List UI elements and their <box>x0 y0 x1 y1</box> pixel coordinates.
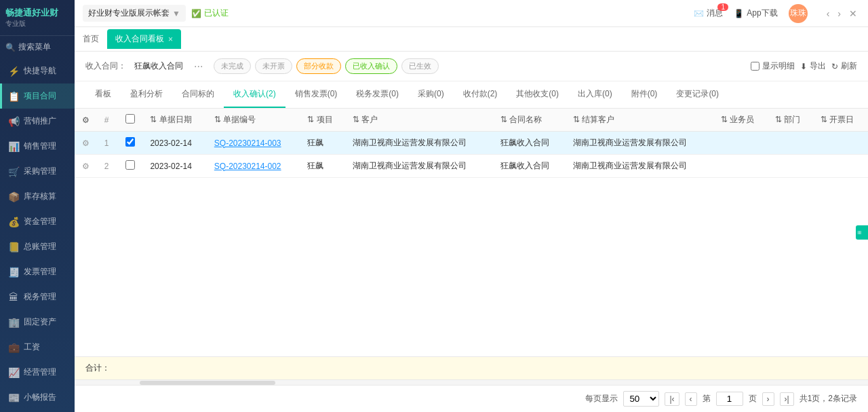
row-checkbox-1[interactable] <box>117 155 143 178</box>
sidebar-item-marketing[interactable]: 📢营销推广 <box>0 109 75 134</box>
date-column-header[interactable]: ⇅ 单据日期 <box>143 109 207 132</box>
row-date-1: 2023-02-14 <box>143 155 207 178</box>
sidebar-item-label: 发票管理 <box>24 266 56 278</box>
sort-icon: ⇅ <box>307 115 314 124</box>
docno-link-1[interactable]: SQ-20230214-002 <box>214 162 281 171</box>
row-settings-0[interactable]: ⚙ <box>75 132 96 155</box>
nav-next-button[interactable]: › <box>835 7 844 20</box>
show-detail-input[interactable] <box>751 62 760 71</box>
prev-page-button[interactable]: ‹ <box>685 392 697 406</box>
subtab-other_income[interactable]: 其他收支(0) <box>507 81 568 108</box>
certified-badge: ✅ 已认证 <box>191 7 229 19</box>
sidebar-item-labor[interactable]: 💼工资 <box>0 335 75 360</box>
status-unopened-button[interactable]: 未开票 <box>255 58 292 74</box>
page-input[interactable] <box>716 392 743 406</box>
contractname-column-header[interactable]: ⇅ 合同名称 <box>494 109 566 132</box>
row-docno-1[interactable]: SQ-20230214-002 <box>208 155 301 178</box>
row-select-0[interactable] <box>125 137 135 147</box>
sidebar-item-general[interactable]: 📒总账管理 <box>0 234 75 259</box>
nav-close-button[interactable]: ✕ <box>846 7 860 20</box>
table-row[interactable]: ⚙ 1 2023-02-14 SQ-20230214-003 狂飙 湖南卫视商业… <box>75 132 868 155</box>
sidebar-item-project[interactable]: 📋项目合同 <box>0 83 75 109</box>
sidebar-item-fund[interactable]: 💰资金管理 <box>0 209 75 234</box>
subtab-profit[interactable]: 盈利分析 <box>121 81 172 108</box>
sidebar-item-purchase[interactable]: 🛒采购管理 <box>0 159 75 184</box>
next-page-button[interactable]: › <box>762 392 774 406</box>
export-button[interactable]: ⬇ 导出 <box>800 60 826 72</box>
right-panel-tab[interactable]: ≡ <box>856 225 868 240</box>
horizontal-scrollbar[interactable] <box>75 379 868 385</box>
tab-close-button[interactable]: × <box>168 35 173 44</box>
totals-row: 合计： <box>75 356 868 379</box>
status-effective-button[interactable]: 已生效 <box>401 58 439 74</box>
sidebar-item-tax[interactable]: 🏛税务管理 <box>0 284 75 310</box>
department-column-header[interactable]: ⇅ 部门 <box>768 109 813 132</box>
page-label: 页 <box>749 393 757 405</box>
row-docno-0[interactable]: SQ-20230214-003 <box>208 132 301 155</box>
settings-column-header[interactable]: ⚙ <box>75 109 96 132</box>
contract-more-button[interactable]: ··· <box>191 60 205 73</box>
sidebar-item-label: 固定资产 <box>24 316 56 328</box>
per-page-select[interactable]: 50 100 200 <box>623 391 659 407</box>
sidebar-item-ops[interactable]: 📈经营管理 <box>0 360 75 385</box>
subtab-payment[interactable]: 收付款(2) <box>454 81 507 108</box>
active-tab-label: 收入合同看板 <box>115 33 164 45</box>
opendate-column-header[interactable]: ⇅ 开票日 <box>814 109 868 132</box>
status-confirmed-button[interactable]: 已收入确认 <box>345 58 397 74</box>
sidebar-item-label: 小畅报告 <box>24 392 56 403</box>
customer-column-header[interactable]: ⇅ 客户 <box>346 109 494 132</box>
row-settings-1[interactable]: ⚙ <box>75 155 96 178</box>
search-icon: 🔍 <box>5 43 16 52</box>
row-checkbox-0[interactable] <box>117 132 143 155</box>
subtab-warehouse[interactable]: 出入库(0) <box>568 81 622 108</box>
app-download-button[interactable]: 📱 App下载 <box>734 7 777 19</box>
status-incomplete-button[interactable]: 未完成 <box>214 58 251 74</box>
subtab-sales_invoice[interactable]: 销售发票(0) <box>285 81 347 108</box>
sidebar-item-report[interactable]: 📰小畅报告 <box>0 385 75 410</box>
first-page-button[interactable]: |‹ <box>665 392 679 406</box>
table-row[interactable]: ⚙ 2 2023-02-14 SQ-20230214-002 狂飙 湖南卫视商业… <box>75 155 868 178</box>
pagination: 每页显示 50 100 200 |‹ ‹ 第 页 › ›| 共1页，2条记录 <box>75 385 868 412</box>
sidebar-logo: 畅捷通好业财 专业版 <box>0 0 75 36</box>
message-button[interactable]: ✉️ 消息 1 <box>694 7 723 19</box>
select-all-checkbox[interactable] <box>125 114 135 124</box>
sidebar-item-label: 销售管理 <box>24 141 56 152</box>
topbar-nav: ‹ › ✕ <box>824 7 860 20</box>
subtab-tax_invoice[interactable]: 税务发票(0) <box>347 81 408 108</box>
show-detail-checkbox[interactable]: 显示明细 <box>751 60 795 72</box>
sidebar-item-inventory[interactable]: 📦库存核算 <box>0 184 75 209</box>
user-avatar[interactable]: 珠珠 <box>789 4 808 23</box>
status-partial-button[interactable]: 部分收款 <box>296 58 341 74</box>
topbar: 好业财专业版展示帐套 ▼ ✅ 已认证 ✉️ 消息 1 📱 App下载 珠珠 ‹ … <box>75 0 868 27</box>
endcustomer-column-header[interactable]: ⇅ 结算客户 <box>566 109 714 132</box>
nav-prev-button[interactable]: ‹ <box>824 7 833 20</box>
sidebar-quick-nav[interactable]: ⚡ 快捷导航 <box>0 58 75 83</box>
row-select-1[interactable] <box>125 160 135 170</box>
refresh-button[interactable]: ↻ 刷新 <box>831 60 857 72</box>
sidebar-item-sales[interactable]: 📊销售管理 <box>0 134 75 159</box>
tax-icon: 🏛 <box>7 292 20 303</box>
subtab-attachments[interactable]: 附件(0) <box>622 81 667 108</box>
project-column-header[interactable]: ⇅ 项目 <box>300 109 345 132</box>
subtab-purchase[interactable]: 采购(0) <box>408 81 454 108</box>
subtab-kanban[interactable]: 看板 <box>85 81 121 108</box>
company-selector[interactable]: 好业财专业版展示帐套 ▼ <box>83 5 186 22</box>
data-table: ⚙ # ⇅ 单据日期 ⇅ 单据编号 ⇅ 项目 ⇅ 客户 ⇅ 合同名称 ⇅ 结算客… <box>75 109 868 178</box>
salesperson-column-header[interactable]: ⇅ 业务员 <box>714 109 768 132</box>
sidebar-item-label: 采购管理 <box>24 166 56 177</box>
sidebar-item-invoice[interactable]: 🧾发票管理 <box>0 259 75 284</box>
active-tab[interactable]: 收入合同看板 × <box>107 29 181 49</box>
sidebar-item-fixed[interactable]: 🏢固定资产 <box>0 310 75 335</box>
subtab-change_log[interactable]: 变更记录(0) <box>667 81 728 108</box>
sort-icon: ⇅ <box>214 115 221 124</box>
sales-icon: 📊 <box>7 141 20 152</box>
scroll-thumb[interactable] <box>140 381 275 385</box>
docno-column-header[interactable]: ⇅ 单据编号 <box>208 109 301 132</box>
subtab-contract_standard[interactable]: 合同标的 <box>172 81 224 108</box>
sidebar-search[interactable]: 🔍 搜索菜单 <box>0 36 75 58</box>
fund-icon: 💰 <box>7 217 20 227</box>
subtab-income_confirm[interactable]: 收入确认(2) <box>224 81 285 108</box>
docno-link-0[interactable]: SQ-20230214-003 <box>214 138 281 148</box>
home-tab[interactable]: 首页 <box>83 33 107 45</box>
last-page-button[interactable]: ›| <box>780 392 794 406</box>
